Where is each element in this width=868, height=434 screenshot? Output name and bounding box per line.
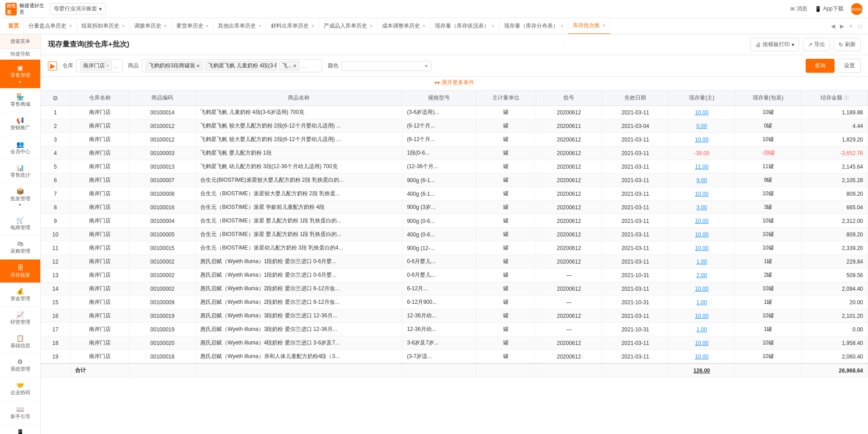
sidebar-search[interactable]: 搜索英单 [0, 34, 40, 49]
avatar[interactable]: demo2 [851, 3, 863, 15]
td-stock-main[interactable]: 10.00 [669, 133, 735, 146]
tab-t2[interactable]: 组装拆卸单历史 × [77, 18, 130, 34]
td-stock-main[interactable]: 11.00 [669, 160, 735, 174]
settings-button[interactable]: 设置 [838, 59, 861, 73]
sidebar-item-basics[interactable]: 📋 基础信息 [0, 330, 40, 354]
sidebar-item-mall[interactable]: 🏪 零售商城 [0, 89, 40, 112]
sidebar-item-appstore[interactable]: 📱 应用中心 [0, 425, 40, 434]
td-stock-main[interactable]: 10.00 [669, 336, 735, 350]
filter-expand-button[interactable]: ▶ [48, 61, 57, 71]
nav-fullscreen[interactable]: □ [855, 22, 864, 31]
footer-empty-5 [476, 363, 536, 377]
tab-home[interactable]: 首页 [4, 18, 24, 34]
sidebar-item-purchase[interactable]: 🛍 采购管理 [0, 236, 40, 259]
message-button[interactable]: ✉ 消息 [790, 5, 807, 13]
refresh-button[interactable]: ↻ 刷新 [834, 38, 861, 51]
close-t2[interactable]: × [122, 24, 125, 28]
warehouse-tag-close[interactable]: × [106, 63, 109, 68]
app-download-button[interactable]: 📱 App下载 [815, 5, 844, 13]
close-t5[interactable]: × [259, 24, 261, 28]
tab-t4[interactable]: 要货单历史 × [172, 18, 214, 34]
workspace-selector[interactable]: 母婴行业演示账套 ▾ [50, 3, 106, 14]
td-balance: 509.56 [802, 269, 868, 282]
td-stock-main[interactable]: 3.00 [669, 201, 735, 214]
sidebar-item-guide[interactable]: 📖 新手引导 [0, 401, 40, 425]
tab-t5[interactable]: 其他出库单历史 × [213, 18, 266, 34]
close-t1[interactable]: × [69, 24, 72, 28]
tab-t1[interactable]: 分量盘点单历史 × [24, 18, 77, 34]
td-stock-main[interactable]: 1.00 [669, 255, 735, 269]
nav-close-all[interactable]: × [846, 22, 855, 31]
tab-t9[interactable]: 现存量（库存状况表） × [430, 18, 500, 34]
close-t9[interactable]: × [492, 24, 495, 28]
close-t4[interactable]: × [206, 24, 209, 28]
td-stock-main[interactable]: 10.00 [669, 106, 735, 119]
td-stock-main[interactable]: 1.00 [669, 296, 735, 309]
query-button[interactable]: 查询 [806, 59, 835, 73]
td-code: 00100013 [129, 160, 196, 174]
td-stock-main[interactable]: 1.00 [669, 323, 735, 336]
nav-prev[interactable]: ◀ [828, 22, 837, 31]
td-balance: -3,652.76 [802, 146, 868, 160]
td-stock-main[interactable]: 10.00 [669, 309, 735, 323]
td-balance: 4.44 [802, 119, 868, 133]
close-t11[interactable]: × [603, 23, 605, 28]
close-t6[interactable]: × [311, 24, 314, 28]
td-unit: 罐 [476, 119, 536, 133]
td-spec: 0-6月婴儿... [402, 255, 476, 269]
sidebar-nav[interactable]: 快捷导航 [0, 49, 40, 60]
td-stock-main[interactable]: 10.00 [669, 282, 735, 296]
tab-t8[interactable]: 成本调整单历史 × [377, 18, 430, 34]
td-stock-main[interactable]: 10.00 [669, 241, 735, 255]
product-tag-1-close[interactable]: × [197, 63, 200, 69]
td-code: 00100014 [129, 106, 196, 119]
td-stock-main[interactable]: 0.00 [669, 119, 735, 133]
print-button[interactable]: 🖨 按模板打印 ▾ [750, 38, 799, 51]
close-t10[interactable]: × [561, 24, 564, 28]
td-stock-main[interactable]: 10.00 [669, 187, 735, 201]
nav-next[interactable]: ▶ [837, 22, 846, 31]
export-button[interactable]: ↗ 导出 [803, 38, 830, 51]
sidebar-item-system[interactable]: ⚙ 系统管理 [0, 354, 40, 377]
td-stock-pkg: 10罐 [735, 241, 802, 255]
product-filter-area[interactable]: 飞鹤奶粉3段两罐装 × 飞鹤星飞帆 儿童奶粉 4段(3-6岁适用) 700克 ×… [142, 59, 322, 72]
table-row: 1 南岸门店 00100014 飞鹤星飞帆 儿童奶粉 4段(3-6岁适用) 70… [41, 106, 868, 119]
sidebar-item-marketing[interactable]: 📢 营销推广 [0, 112, 40, 136]
tab-t3[interactable]: 调拨单历史 × [130, 18, 172, 34]
tab-t7[interactable]: 产成品入库单历史 × [319, 18, 377, 34]
sidebar-item-retail[interactable]: ▣ 零售管理 ▴ [0, 60, 40, 89]
close-t3[interactable]: × [164, 24, 167, 28]
sidebar-item-collab[interactable]: 🤝 企业协同 [0, 377, 40, 401]
sidebar-item-member[interactable]: 👥 会员中心 [0, 136, 40, 160]
close-t8[interactable]: × [423, 24, 425, 28]
td-stock-main[interactable]: 10.00 [669, 214, 735, 228]
td-seq: 19 [41, 350, 70, 364]
sidebar-item-operations[interactable]: 📈 经营管理 [0, 307, 40, 330]
tab-t11[interactable]: 库存批次账 × [568, 18, 610, 34]
td-stock-main[interactable]: -39.00 [669, 146, 735, 160]
td-spec: (3-7岁适... [402, 350, 476, 364]
td-unit: 罐 [476, 160, 536, 174]
expand-more-button[interactable]: ▾▾ 展开更多条件 [434, 79, 474, 86]
td-stock-main[interactable]: 9.00 [669, 174, 735, 187]
td-batch: 20200612 [536, 282, 602, 296]
sidebar-item-ecommerce[interactable]: 🛒 电商管理 [0, 212, 40, 236]
close-t7[interactable]: × [370, 24, 373, 28]
warehouse-filter-area[interactable]: 南岸门店 × ... [76, 59, 123, 72]
table-container[interactable]: ⚙ 仓库名称 商品编码 商品名称 规格型号 主计量单位 批号 失效日期 现存量(… [41, 90, 868, 434]
sidebar-item-wholesale[interactable]: 📦 批发管理 ▾ [0, 183, 40, 212]
td-stock-main[interactable]: 10.00 [669, 350, 735, 364]
sidebar-item-retail-stats[interactable]: 📊 零售统计 [0, 160, 40, 183]
tab-t6[interactable]: 材料出库单历史 × [266, 18, 319, 34]
tab-t10[interactable]: 现存量（库存分布表） × [500, 18, 569, 34]
td-unit: 罐 [476, 269, 536, 282]
sidebar-item-finance[interactable]: 💰 资金管理 [0, 283, 40, 307]
column-settings-icon[interactable]: ⚙ [52, 94, 58, 102]
guide-icon: 📖 [16, 406, 24, 413]
td-stock-main[interactable]: 10.00 [669, 228, 735, 241]
product-tag-more-close[interactable]: × [293, 63, 297, 69]
th-settings[interactable]: ⚙ [41, 90, 70, 106]
color-filter-area[interactable]: ▾ [341, 61, 432, 71]
td-stock-main[interactable]: 2.00 [669, 269, 735, 282]
sidebar-item-inventory[interactable]: 🗄 库存核算 [0, 259, 40, 283]
